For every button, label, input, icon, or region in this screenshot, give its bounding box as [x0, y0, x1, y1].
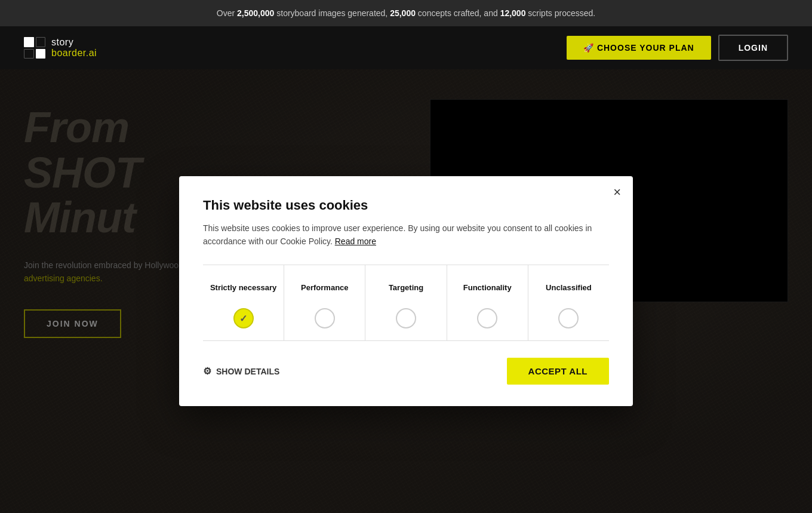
accept-all-button[interactable]: ACCEPT ALL — [507, 358, 609, 385]
logo-cell-2 — [36, 37, 46, 47]
stat1: 2,500,000 — [237, 8, 274, 18]
show-details-button[interactable]: ⚙ SHOW DETAILS — [203, 365, 279, 377]
category-label-strictly_necessary: Strictly necessary — [210, 277, 276, 299]
stat2: 25,000 — [390, 8, 416, 18]
header: storyboarder.ai 🚀 CHOOSE YOUR PLAN LOGIN — [0, 26, 812, 69]
category-label-targeting: Targeting — [389, 277, 423, 299]
category-checkbox-performance[interactable] — [315, 308, 335, 328]
cookie-category-unclassified: Unclassified — [528, 265, 609, 340]
logo-cell-1 — [24, 37, 34, 47]
category-checkbox-functionality[interactable] — [477, 308, 497, 328]
show-details-label: SHOW DETAILS — [216, 367, 279, 376]
login-button[interactable]: LOGIN — [718, 35, 788, 61]
cookie-modal-title: This website uses cookies — [203, 198, 609, 213]
cookie-category-strictly_necessary: Strictly necessary — [203, 265, 284, 340]
cookie-category-performance: Performance — [284, 265, 365, 340]
logo-cell-3 — [24, 49, 34, 59]
category-label-functionality: Functionality — [463, 277, 512, 299]
modal-close-button[interactable]: × — [613, 186, 621, 199]
category-label-unclassified: Unclassified — [546, 277, 592, 299]
cookie-category-targeting: Targeting — [365, 265, 447, 340]
cookie-modal-footer: ⚙ SHOW DETAILS ACCEPT ALL — [203, 358, 609, 385]
cookie-category-functionality: Functionality — [447, 265, 528, 340]
logo-grid-icon — [24, 37, 45, 59]
announcement-bar: Over 2,500,000 storyboard images generat… — [0, 0, 812, 26]
hero-section: From SHOT Minut Join the revolution embr… — [0, 69, 812, 513]
category-checkbox-strictly_necessary[interactable] — [233, 308, 254, 328]
category-checkbox-targeting[interactable] — [396, 308, 416, 328]
cookie-categories: Strictly necessaryPerformanceTargetingFu… — [203, 265, 609, 341]
logo-text: storyboarder.ai — [51, 37, 97, 59]
gear-icon: ⚙ — [203, 365, 211, 377]
header-actions: 🚀 CHOOSE YOUR PLAN LOGIN — [567, 35, 788, 61]
stat3: 12,000 — [500, 8, 526, 18]
cookie-modal-description: This website uses cookies to improve use… — [203, 222, 609, 248]
cookie-modal-overlay: × This website uses cookies This website… — [0, 69, 812, 513]
logo-cell-4 — [36, 49, 46, 59]
category-label-performance: Performance — [301, 277, 348, 299]
announcement-text: Over 2,500,000 storyboard images generat… — [217, 8, 595, 18]
category-checkbox-unclassified[interactable] — [558, 308, 579, 328]
choose-plan-button[interactable]: 🚀 CHOOSE YOUR PLAN — [567, 36, 711, 60]
cookie-modal: × This website uses cookies This website… — [179, 176, 633, 407]
read-more-link[interactable]: Read more — [335, 236, 376, 246]
logo[interactable]: storyboarder.ai — [24, 37, 97, 59]
